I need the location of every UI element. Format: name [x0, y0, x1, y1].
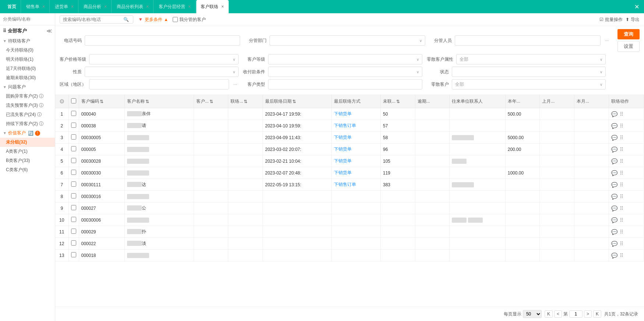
qr-icon[interactable]: ⠿: [620, 253, 623, 258]
tab-analysis-list-close[interactable]: ×: [146, 4, 149, 9]
nature-select[interactable]: ∨: [85, 67, 239, 77]
td-check[interactable]: [68, 120, 79, 132]
th-nocontact[interactable]: 未联...⇅: [381, 95, 415, 108]
th-gear[interactable]: ⚙: [55, 95, 68, 108]
person-input[interactable]: [455, 35, 601, 46]
th-thismonth[interactable]: 本月...: [574, 95, 609, 108]
row-checkbox[interactable]: [71, 170, 76, 175]
problem-group[interactable]: ▼ 问题客户: [0, 82, 55, 92]
tab-home[interactable]: 首页: [3, 0, 21, 13]
qr-icon[interactable]: ⠿: [620, 147, 623, 152]
last-way-link[interactable]: 下销货单: [334, 170, 352, 175]
sidebar-item-a-customers[interactable]: A类客户(1): [0, 147, 55, 156]
td-check[interactable]: [68, 144, 79, 155]
th-type[interactable]: 客户...⇅: [194, 95, 228, 108]
more-filters-button[interactable]: 🔻 更多条件 ▲: [138, 17, 168, 23]
th-contact[interactable]: 联络...⇅: [228, 95, 263, 108]
sidebar-item-churned[interactable]: 已流失客户(24) ⓘ: [0, 110, 55, 119]
region-input[interactable]: [89, 79, 229, 89]
row-checkbox[interactable]: [71, 123, 76, 128]
row-checkbox[interactable]: [71, 193, 76, 198]
my-customers-check[interactable]: [173, 17, 178, 22]
td-check[interactable]: [68, 167, 79, 179]
filter-search-input[interactable]: [63, 17, 122, 22]
row-checkbox[interactable]: [71, 181, 76, 187]
qr-icon[interactable]: ⠿: [620, 158, 623, 164]
page-number-input[interactable]: [569, 310, 583, 318]
last-way-link[interactable]: 下销货单: [334, 158, 352, 163]
chat-icon[interactable]: 💬: [611, 123, 617, 129]
th-lastmonth[interactable]: 上月...: [540, 95, 574, 108]
th-name[interactable]: 客户名称⇅: [125, 95, 194, 108]
sidebar-item-b-customers[interactable]: B类客户(33): [0, 156, 55, 165]
sidebar-item-declining[interactable]: 持续下滑客户(2) ⓘ: [0, 119, 55, 128]
chat-icon[interactable]: 💬: [611, 111, 617, 117]
tab-purchase[interactable]: 进货单 ×: [50, 0, 78, 13]
last-page-button[interactable]: K: [593, 310, 601, 318]
row-checkbox[interactable]: [71, 134, 76, 140]
sidebar-item-today-pending[interactable]: 今天待联络(0): [0, 46, 55, 55]
sidebar-item-overdue-pending[interactable]: 逾期未联络(30): [0, 73, 55, 82]
all-customers-header[interactable]: ⠿ 全部客户 ≪: [0, 25, 55, 36]
sidebar-item-purchase-abnormal[interactable]: 固购异常客户(2) ⓘ: [0, 92, 55, 101]
region-dots[interactable]: ···: [232, 82, 239, 87]
qr-icon[interactable]: ⠿: [620, 229, 623, 235]
customer-type-select[interactable]: [268, 79, 422, 89]
sidebar-item-ungrouped[interactable]: 未分组(32): [0, 138, 55, 147]
tab-analysis-close[interactable]: ×: [104, 4, 107, 9]
td-check[interactable]: [68, 191, 79, 202]
row-checkbox[interactable]: [71, 229, 76, 234]
gear-icon[interactable]: ⚙: [59, 98, 64, 105]
tab-analysis[interactable]: 商品分析 ×: [79, 0, 112, 13]
td-check[interactable]: [68, 155, 79, 167]
td-check[interactable]: [68, 214, 79, 226]
tab-sales[interactable]: 销售单 ×: [22, 0, 50, 13]
last-way-link[interactable]: 下销货单: [334, 135, 352, 140]
td-check[interactable]: [68, 226, 79, 238]
qr-icon[interactable]: ⠿: [620, 111, 623, 117]
chat-icon[interactable]: 💬: [611, 217, 617, 223]
chat-icon[interactable]: 💬: [611, 241, 617, 247]
row-checkbox[interactable]: [71, 205, 76, 210]
tab-analysis-list[interactable]: 商品分析列表 ×: [112, 0, 154, 13]
row-checkbox[interactable]: [71, 146, 76, 151]
qr-icon[interactable]: ⠿: [620, 170, 623, 176]
row-checkbox[interactable]: [71, 217, 76, 222]
th-thisyear[interactable]: 本年...: [505, 95, 540, 108]
chat-icon[interactable]: 💬: [611, 229, 617, 235]
first-page-button[interactable]: K: [545, 310, 553, 318]
qr-icon[interactable]: ⠿: [620, 241, 623, 247]
last-way-link[interactable]: 下销售订单: [334, 182, 356, 187]
th-lastdate[interactable]: 最后联络日期⇅: [263, 95, 332, 108]
td-check[interactable]: [68, 250, 79, 261]
collapse-icon[interactable]: ≪: [46, 28, 52, 34]
phone-input[interactable]: [85, 35, 240, 46]
td-check[interactable]: [68, 132, 79, 144]
th-company[interactable]: 往来单位联系人: [450, 95, 505, 108]
th-lastway[interactable]: 最后联络方式: [332, 95, 381, 108]
chat-icon[interactable]: 💬: [611, 194, 617, 200]
batch-op-button[interactable]: ☑ 批量操作: [599, 17, 623, 23]
td-check[interactable]: [68, 108, 79, 120]
next-page-button[interactable]: >: [584, 310, 592, 318]
payment-select[interactable]: ∨: [268, 67, 422, 77]
qr-icon[interactable]: ⠿: [620, 194, 623, 200]
th-overdue[interactable]: 逾期...: [415, 95, 450, 108]
status-select[interactable]: ∨: [452, 67, 606, 77]
sidebar-item-churn-warning[interactable]: 流失预警客户(3) ⓘ: [0, 101, 55, 110]
qr-icon[interactable]: ⠿: [620, 182, 623, 188]
scattered-select[interactable]: 全部∨: [452, 79, 606, 89]
td-check[interactable]: [68, 238, 79, 250]
prev-page-button[interactable]: <: [554, 310, 562, 318]
pending-group[interactable]: ▼ 待联络客户: [0, 36, 55, 46]
filter-search-icon[interactable]: 🔍: [123, 17, 129, 22]
tab-customer-contact[interactable]: 客户联络 ×: [196, 0, 229, 13]
person-dots[interactable]: ···: [603, 38, 610, 43]
last-way-link[interactable]: 下销货单: [334, 111, 352, 116]
tab-customer-contact-close[interactable]: ×: [221, 4, 224, 9]
table-wrapper[interactable]: ⚙ 客户编码⇅ 客户名称⇅ 客: [55, 95, 644, 307]
refresh-icon[interactable]: 🔄: [28, 131, 34, 136]
dept-select[interactable]: ∨: [270, 35, 425, 46]
qr-icon[interactable]: ⠿: [620, 217, 623, 223]
tab-customer-segment[interactable]: 客户分层经营 ×: [154, 0, 196, 13]
